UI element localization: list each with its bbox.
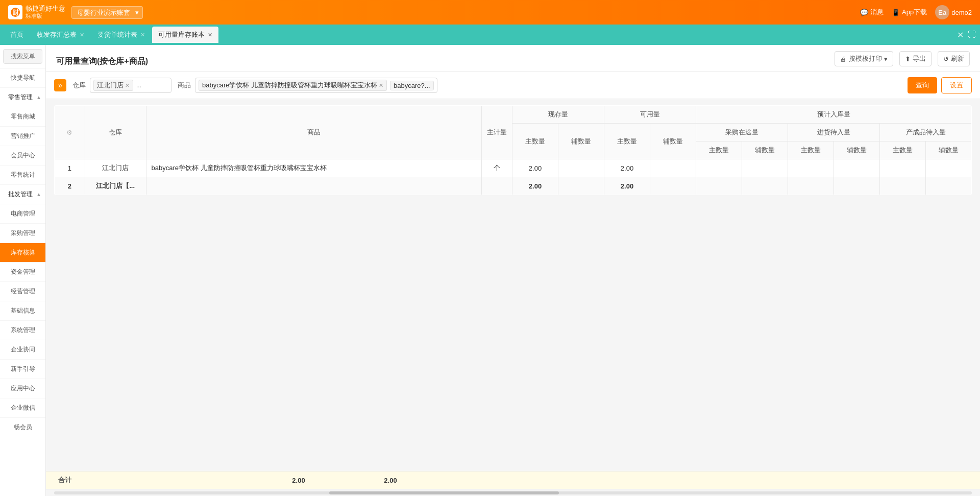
- col-po-pending-main-header: 主数量: [788, 141, 834, 159]
- sidebar-item-retail-stats[interactable]: 零售统计: [0, 166, 45, 185]
- sidebar-item-wholesale-label: 批发管理: [4, 190, 36, 199]
- product-tag-area[interactable]: babycare学饮杯 儿童防摔防撞吸管杯重力球吸嘴杯宝宝水杯 ✕ babyca…: [195, 78, 437, 93]
- template-print-button[interactable]: 🖨 按模板打印 ▾: [835, 51, 893, 66]
- sidebar-item-system[interactable]: 系统管理: [0, 321, 45, 340]
- horizontal-scrollbar[interactable]: [54, 491, 972, 494]
- settings-button[interactable]: 设置: [941, 77, 972, 93]
- export-icon: ⬆: [905, 55, 911, 63]
- svg-text:财: 财: [12, 9, 19, 16]
- org-selector-wrap[interactable]: 母婴行业演示账套: [71, 6, 143, 19]
- sidebar-item-operations[interactable]: 经营管理: [0, 282, 45, 301]
- sidebar-item-wechat-work[interactable]: 企业微信: [0, 398, 45, 418]
- scroll-thumb[interactable]: [329, 491, 559, 494]
- summary-label: 合计: [58, 476, 71, 485]
- warehouse-filter-label: 仓库: [72, 81, 86, 90]
- row1-avail-aux: [650, 159, 696, 177]
- top-bar-left: 财 畅捷通好生意 标准版 母婴行业演示账套: [8, 5, 143, 20]
- row2-index: 2: [55, 177, 85, 195]
- settings-icon[interactable]: ⚙: [66, 129, 72, 136]
- product-tag-close-icon[interactable]: ✕: [379, 82, 383, 89]
- refresh-button[interactable]: ↺ 刷新: [938, 51, 970, 66]
- col-finished-aux-header: 辅数量: [926, 141, 972, 159]
- tab-available-inventory[interactable]: 可用量库存账本 ✕: [152, 27, 218, 43]
- tab-expand-button[interactable]: ⛶: [968, 30, 976, 40]
- sidebar-item-finance[interactable]: 资金管理: [0, 263, 45, 282]
- col-purchase-transit-header: 采购在途量: [696, 124, 788, 141]
- table-row: 1 江北门店 babycare学饮杯 儿童防摔防撞吸管杯重力球吸嘴杯宝宝水杯 个…: [55, 159, 972, 177]
- org-selector[interactable]: 母婴行业演示账套: [71, 6, 143, 19]
- tab-receivables-close[interactable]: ✕: [80, 32, 84, 38]
- col-stock-main-header: 主数量: [512, 124, 558, 159]
- col-unit-header: 主计量: [482, 106, 512, 159]
- sidebar-item-retail-mall[interactable]: 零售商城: [0, 107, 45, 127]
- col-product-header: 商品: [146, 106, 481, 159]
- sidebar-item-enterprise-collab[interactable]: 企业协同: [0, 340, 45, 360]
- sidebar-item-ecommerce[interactable]: 电商管理: [0, 204, 45, 224]
- tab-receivables-label: 收发存汇总表: [37, 30, 77, 39]
- tab-order-stats-label: 要货单统计表: [97, 30, 137, 39]
- tab-bar: 首页 收发存汇总表 ✕ 要货单统计表 ✕ 可用量库存账本 ✕ ✕ ⛶: [0, 25, 980, 45]
- row1-unit: 个: [482, 159, 512, 177]
- tab-available-inventory-close[interactable]: ✕: [208, 32, 212, 38]
- app-label: App下载: [902, 8, 927, 17]
- sidebar-item-inventory[interactable]: 库存核算: [0, 243, 45, 263]
- col-po-pending-aux-header: 辅数量: [834, 141, 880, 159]
- sidebar-item-wholesale[interactable]: 批发管理 ▲: [0, 185, 45, 204]
- printer-icon: 🖨: [840, 55, 847, 63]
- tab-order-stats[interactable]: 要货单统计表 ✕: [91, 27, 151, 43]
- col-forecast-group-header: 预计入库量: [696, 106, 972, 124]
- sidebar-item-app-center[interactable]: 应用中心: [0, 379, 45, 398]
- filter-action-buttons: 查询 设置: [908, 77, 972, 93]
- col-settings-header[interactable]: ⚙: [55, 106, 85, 159]
- table-header-row-1: ⚙ 仓库 商品 主计量 现存量 可用量 预计入库量: [55, 106, 972, 124]
- tab-home[interactable]: 首页: [4, 27, 30, 43]
- col-stock-aux-header: 辅数量: [558, 124, 604, 159]
- product-tag2-text: babycare?...: [394, 82, 430, 89]
- col-stock-group-header: 现存量: [512, 106, 604, 124]
- logo-text-block: 畅捷通好生意 标准版: [26, 5, 65, 20]
- wholesale-arrow-icon: ▲: [36, 192, 41, 197]
- col-warehouse-header: 仓库: [85, 106, 146, 159]
- sidebar-item-purchase[interactable]: 采购管理: [0, 224, 45, 243]
- warehouse-tag-close-icon[interactable]: ✕: [125, 82, 130, 89]
- row2-fin-aux: [926, 177, 972, 195]
- row1-stock-aux: [558, 159, 604, 177]
- page-header: 可用量查询(按仓库+商品) 🖨 按模板打印 ▾ ⬆ 导出 ↺ 刷新: [46, 45, 980, 72]
- msg-label: 消息: [870, 8, 884, 17]
- sidebar-item-quick-nav[interactable]: 快捷导航: [0, 68, 45, 88]
- app-download-button[interactable]: 📱 App下载: [892, 8, 927, 17]
- page-title: 可用量查询(按仓库+商品): [56, 56, 148, 67]
- warehouse-tag-text: 江北门店: [97, 81, 124, 90]
- filter-area: » 仓库 江北门店 ✕ ... 商品 babycare学饮杯 儿童防摔防撞吸管杯…: [46, 72, 980, 99]
- sidebar-item-member-center[interactable]: 会员中心: [0, 146, 45, 166]
- table-container: ⚙ 仓库 商品 主计量 现存量 可用量 预计入库量 主数量 辅数量 主数量 辅数…: [46, 99, 980, 471]
- tab-bar-actions: ✕ ⛶: [957, 30, 976, 40]
- warehouse-more-indicator[interactable]: ...: [136, 82, 141, 89]
- col-finished-main-header: 主数量: [880, 141, 926, 159]
- sidebar-item-retail-management[interactable]: 零售管理 ▲: [0, 88, 45, 107]
- row2-warehouse: 江北门店【...: [85, 177, 146, 195]
- sidebar-search-button[interactable]: 搜索菜单: [3, 49, 42, 64]
- tab-order-stats-close[interactable]: ✕: [140, 32, 145, 38]
- sidebar: 搜索菜单 快捷导航 零售管理 ▲ 零售商城 营销推广 会员中心 零售统计 批发管…: [0, 45, 46, 496]
- col-pur-transit-aux-header: 辅数量: [742, 141, 788, 159]
- sidebar-item-newbie[interactable]: 新手引导: [0, 360, 45, 379]
- col-pur-transit-main-header: 主数量: [696, 141, 742, 159]
- main-layout: 搜索菜单 快捷导航 零售管理 ▲ 零售商城 营销推广 会员中心 零售统计 批发管…: [0, 45, 980, 496]
- export-button[interactable]: ⬆ 导出: [899, 51, 932, 66]
- col-avail-main-header: 主数量: [604, 124, 650, 159]
- warehouse-tag-area[interactable]: 江北门店 ✕ ...: [90, 78, 172, 93]
- sidebar-item-marketing[interactable]: 营销推广: [0, 127, 45, 146]
- sidebar-item-member-plus[interactable]: 畅会员: [0, 418, 45, 437]
- query-button[interactable]: 查询: [908, 77, 937, 93]
- tab-close-all-button[interactable]: ✕: [957, 30, 964, 40]
- row2-fin-main: [880, 177, 926, 195]
- tab-receivables[interactable]: 收发存汇总表 ✕: [31, 27, 90, 43]
- sidebar-item-base-info[interactable]: 基础信息: [0, 301, 45, 321]
- user-area[interactable]: Ea demo2: [935, 5, 972, 19]
- msg-button[interactable]: 💬 消息: [860, 8, 884, 17]
- warehouse-filter-group: 仓库 江北门店 ✕ ...: [72, 78, 172, 93]
- filter-expand-button[interactable]: »: [54, 79, 66, 91]
- table-row: 2 江北门店【... 2.00 2.00: [55, 177, 972, 195]
- row1-avail-main: 2.00: [604, 159, 650, 177]
